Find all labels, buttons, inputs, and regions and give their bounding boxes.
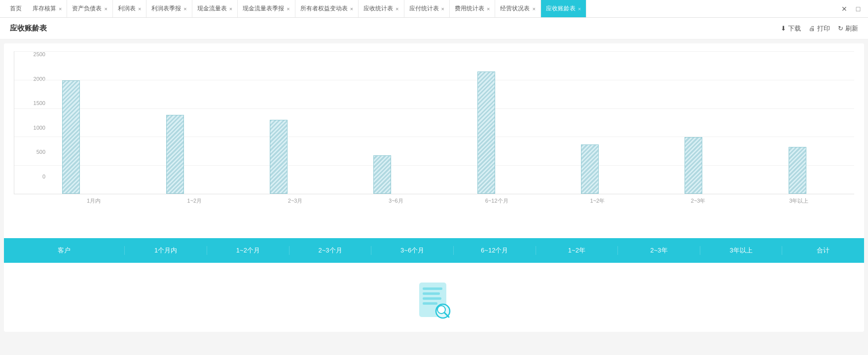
bar-group-1	[62, 80, 80, 194]
window-maximize-button[interactable]: □	[852, 3, 864, 15]
x-label-4: 3~6月	[346, 197, 446, 205]
tab-home[interactable]: 首页	[4, 4, 28, 13]
bar-4	[373, 155, 391, 194]
tab-cashflow[interactable]: 现金流量表 ×	[192, 0, 238, 18]
bar-group-2	[166, 115, 184, 194]
th-6-12month: 6~12个月	[454, 246, 536, 255]
refresh-button[interactable]: ↻ 刷新	[838, 24, 858, 33]
close-tab-receivable-stat[interactable]: ×	[396, 6, 398, 12]
bars-row	[14, 51, 854, 194]
svg-rect-2	[423, 292, 440, 295]
svg-rect-1	[423, 287, 442, 290]
tab-bar: 首页 库存核算 × 资产负债表 × 利润表 × 利润表季报 × 现金流量表 × …	[0, 0, 868, 18]
close-tab-aging[interactable]: ×	[578, 6, 581, 12]
tab-cashflow-quarter[interactable]: 现金流量表季报 ×	[238, 0, 295, 18]
print-button[interactable]: 🖨 打印	[809, 24, 830, 33]
bar-group-7	[685, 137, 702, 194]
table-header: 客户 1个月内 1~2个月 2~3个月 3~6个月 6~12个月 1~2年 2~…	[4, 238, 864, 263]
window-close-button[interactable]: ✕	[838, 3, 850, 15]
tab-expense-stat[interactable]: 费用统计表 ×	[450, 0, 495, 18]
bar-group-8	[789, 147, 806, 194]
close-tab-profit[interactable]: ×	[138, 6, 141, 12]
close-tab-cashflow-quarter[interactable]: ×	[287, 6, 289, 12]
close-tab-payable-stat[interactable]: ×	[441, 6, 444, 12]
empty-state	[4, 263, 864, 332]
page-title: 应收账龄表	[10, 24, 47, 33]
tab-profit[interactable]: 利润表 ×	[113, 0, 146, 18]
tab-equity[interactable]: 所有者权益变动表 ×	[295, 0, 359, 18]
th-customer: 客户	[4, 246, 125, 255]
bar-group-3	[270, 120, 288, 194]
tab-payable-stat[interactable]: 应付统计表 ×	[404, 0, 450, 18]
close-tab-equity[interactable]: ×	[350, 6, 353, 12]
x-label-7: 2~3年	[648, 197, 749, 205]
tab-receivable-stat[interactable]: 应收统计表 ×	[359, 0, 404, 18]
bar-group-4	[373, 155, 391, 194]
x-labels: 1月内 1~2月 2~3月 3~6月 6~12个月 1~2年 2~3年 3年以上	[38, 194, 854, 205]
bar-group-5	[477, 71, 495, 194]
close-tab-expense-stat[interactable]: ×	[487, 6, 490, 12]
header-actions: ⬇ 下载 🖨 打印 ↻ 刷新	[781, 24, 858, 33]
th-2-3month: 2~3个月	[289, 246, 372, 255]
th-1month: 1个月内	[125, 246, 207, 255]
tab-operation[interactable]: 经营状况表 ×	[495, 0, 541, 18]
refresh-icon: ↻	[838, 25, 843, 32]
close-tab-operation[interactable]: ×	[532, 6, 535, 12]
chart-area: 2500 2000 1500 1000 500 0	[4, 43, 864, 238]
bar-2	[166, 115, 184, 194]
th-1-2year: 1~2年	[536, 246, 618, 255]
empty-icon	[409, 278, 459, 327]
close-tab-cashflow[interactable]: ×	[229, 6, 232, 12]
th-total: 合计	[782, 246, 864, 255]
chart-bars-area	[14, 51, 854, 194]
x-label-2: 1~2月	[144, 197, 245, 205]
x-label-6: 1~2年	[547, 197, 648, 205]
close-tab-profit-quarter[interactable]: ×	[183, 6, 186, 12]
x-label-5: 6~12个月	[446, 197, 547, 205]
svg-rect-3	[423, 297, 441, 300]
window-actions: ✕ □	[838, 3, 864, 15]
tab-balance[interactable]: 资产负债表 ×	[67, 0, 112, 18]
th-3year-plus: 3年以上	[700, 246, 783, 255]
th-2-3year: 2~3年	[618, 246, 700, 255]
download-button[interactable]: ⬇ 下载	[781, 24, 801, 33]
main-content: 2500 2000 1500 1000 500 0	[4, 43, 864, 332]
bar-8	[789, 147, 806, 194]
bar-5	[477, 71, 495, 194]
th-3-6month: 3~6个月	[371, 246, 454, 255]
page-header: 应收账龄表 ⬇ 下载 🖨 打印 ↻ 刷新	[0, 18, 868, 39]
print-icon: 🖨	[809, 25, 815, 32]
download-icon: ⬇	[781, 25, 786, 32]
svg-rect-4	[423, 302, 437, 305]
close-tab-balance[interactable]: ×	[104, 6, 107, 12]
bar-group-6	[581, 144, 599, 194]
bar-1	[62, 80, 80, 194]
tab-profit-quarter[interactable]: 利润表季报 ×	[146, 0, 192, 18]
th-1-2month: 1~2个月	[207, 246, 289, 255]
tab-inventory[interactable]: 库存核算 ×	[28, 0, 67, 18]
bar-3	[270, 120, 288, 194]
bar-6	[581, 144, 599, 194]
x-label-8: 3年以上	[749, 197, 849, 205]
x-label-3: 2~3月	[245, 197, 346, 205]
bar-7	[685, 137, 702, 194]
close-tab-inventory[interactable]: ×	[59, 6, 62, 12]
x-label-1: 1月内	[43, 197, 144, 205]
tab-aging[interactable]: 应收账龄表 ×	[541, 0, 586, 18]
